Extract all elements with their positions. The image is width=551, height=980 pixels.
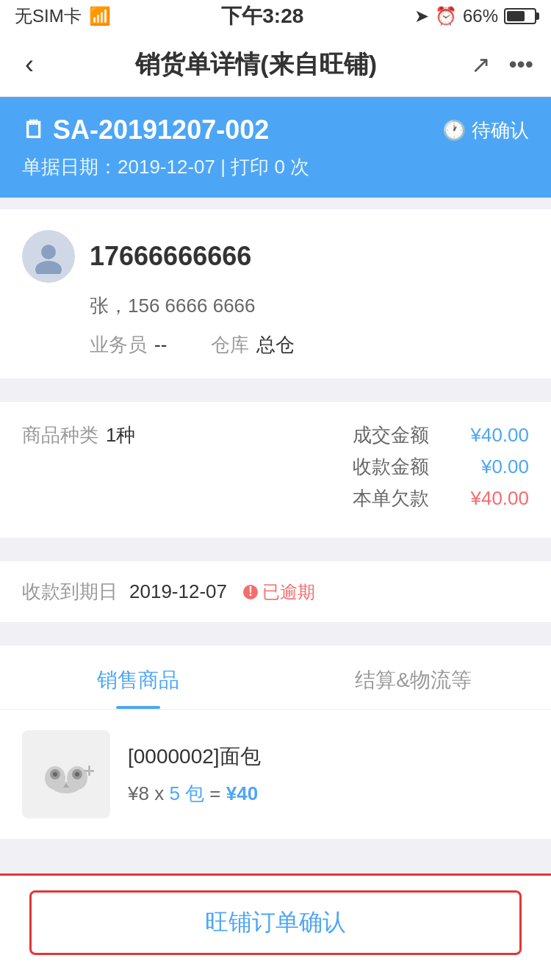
price-value: ¥8 <box>128 782 149 804</box>
due-amount-label: 本单欠款 <box>353 486 429 511</box>
carrier-text: 无SIM卡 <box>15 4 82 28</box>
avatar <box>22 230 75 283</box>
product-type-section: 商品种类 1种 <box>22 422 135 448</box>
divider-1 <box>0 378 551 390</box>
quantity-value: 5 <box>169 782 179 804</box>
deal-amount-row: 成交金额 ¥40.00 <box>353 422 529 448</box>
tab-settlement[interactable]: 结算&物流等 <box>276 646 551 709</box>
nav-actions: ↗ ••• <box>471 51 533 79</box>
page-title: 销货单详情(来自旺铺) <box>135 48 377 82</box>
header-top: 🗒 SA-20191207-002 🕐 待确认 <box>22 115 529 145</box>
warehouse-item: 仓库 总仓 <box>211 332 295 358</box>
tab-sales[interactable]: 销售商品 <box>0 646 276 709</box>
more-icon[interactable]: ••• <box>508 51 533 78</box>
confirm-order-button[interactable]: 旺铺订单确认 <box>29 890 522 955</box>
warehouse-label: 仓库 <box>211 332 249 358</box>
nav-bar: ‹ 销货单详情(来自旺铺) ↗ ••• <box>0 32 551 97</box>
amounts-section: 成交金额 ¥40.00 收款金额 ¥0.00 本单欠款 ¥40.00 <box>353 422 529 517</box>
salesperson-item: 业务员 -- <box>90 332 167 358</box>
svg-point-6 <box>53 772 57 777</box>
overdue-badge: ! 已逾期 <box>243 580 315 604</box>
status-bar: 无SIM卡 📶 下午3:28 ➤ ⏰ 66% <box>0 0 551 32</box>
customer-name: 张，156 6666 6666 <box>22 293 529 319</box>
order-status: 🕐 待确认 <box>442 118 529 143</box>
bottom-bar: 旺铺订单确认 <box>0 873 551 980</box>
divider-2 <box>0 538 551 550</box>
wifi-icon: 📶 <box>89 6 111 26</box>
svg-point-0 <box>41 245 56 259</box>
battery-text: 66% <box>463 6 498 26</box>
salesperson-label: 业务员 <box>90 332 147 358</box>
customer-card: 17666666666 张，156 6666 6666 业务员 -- 仓库 总仓 <box>0 209 551 378</box>
equals-sign: = <box>209 782 226 804</box>
customer-header: 17666666666 <box>22 230 529 283</box>
status-right: ➤ ⏰ 66% <box>414 6 536 26</box>
battery-icon <box>504 8 536 24</box>
svg-point-1 <box>35 261 62 274</box>
total-value: ¥40 <box>226 782 258 804</box>
customer-phone: 17666666666 <box>90 241 251 272</box>
clock-icon: 🕐 <box>442 119 466 142</box>
salesperson-value: -- <box>154 334 167 356</box>
back-button[interactable]: ‹ <box>18 42 41 87</box>
deal-amount-label: 成交金额 <box>353 422 429 448</box>
alarm-icon: ⏰ <box>435 6 457 26</box>
status-left: 无SIM卡 📶 <box>15 4 111 28</box>
received-amount-value: ¥0.00 <box>441 455 529 478</box>
order-meta: 单据日期：2019-12-07 | 打印 0 次 <box>22 154 529 180</box>
product-card: [0000002]面包 ¥8 x 5 包 = ¥40 <box>0 710 551 839</box>
summary-card: 商品种类 1种 成交金额 ¥40.00 收款金额 ¥0.00 本单欠款 ¥40.… <box>0 402 551 538</box>
received-amount-label: 收款金额 <box>353 454 429 480</box>
share-icon[interactable]: ↗ <box>471 51 491 79</box>
due-date-card: 收款到期日 2019-12-07 ! 已逾期 <box>0 561 551 622</box>
unit-value: 包 <box>185 782 204 804</box>
summary-row: 商品种类 1种 成交金额 ¥40.00 收款金额 ¥0.00 本单欠款 ¥40.… <box>22 422 529 517</box>
product-type-value: 1种 <box>106 422 135 448</box>
product-type-label: 商品种类 <box>22 422 98 448</box>
multiplier: x <box>154 782 169 804</box>
product-image <box>22 730 110 818</box>
order-icon: 🗒 <box>22 117 46 144</box>
order-header-card: 🗒 SA-20191207-002 🕐 待确认 单据日期：2019-12-07 … <box>0 97 551 198</box>
divider-3 <box>0 622 551 634</box>
due-date-label: 收款到期日 <box>22 579 118 605</box>
received-amount-row: 收款金额 ¥0.00 <box>353 454 529 480</box>
location-icon: ➤ <box>414 6 429 26</box>
customer-meta: 业务员 -- 仓库 总仓 <box>22 332 529 358</box>
deal-amount-value: ¥40.00 <box>441 424 529 447</box>
svg-rect-11 <box>84 770 94 772</box>
product-name: [0000002]面包 <box>128 743 529 771</box>
svg-point-7 <box>75 772 79 777</box>
due-date-value: 2019-12-07 <box>129 580 227 603</box>
tabs-container: 销售商品 结算&物流等 <box>0 646 551 710</box>
due-amount-row: 本单欠款 ¥40.00 <box>353 486 529 511</box>
overdue-label: 已逾期 <box>262 580 315 604</box>
time-display: 下午3:28 <box>221 2 303 30</box>
product-price: ¥8 x 5 包 = ¥40 <box>128 781 529 807</box>
warehouse-value: 总仓 <box>256 332 295 358</box>
due-amount-value: ¥40.00 <box>441 487 529 510</box>
order-number: 🗒 SA-20191207-002 <box>22 115 269 145</box>
product-info: [0000002]面包 ¥8 x 5 包 = ¥40 <box>128 743 529 807</box>
overdue-dot-icon: ! <box>243 585 258 599</box>
